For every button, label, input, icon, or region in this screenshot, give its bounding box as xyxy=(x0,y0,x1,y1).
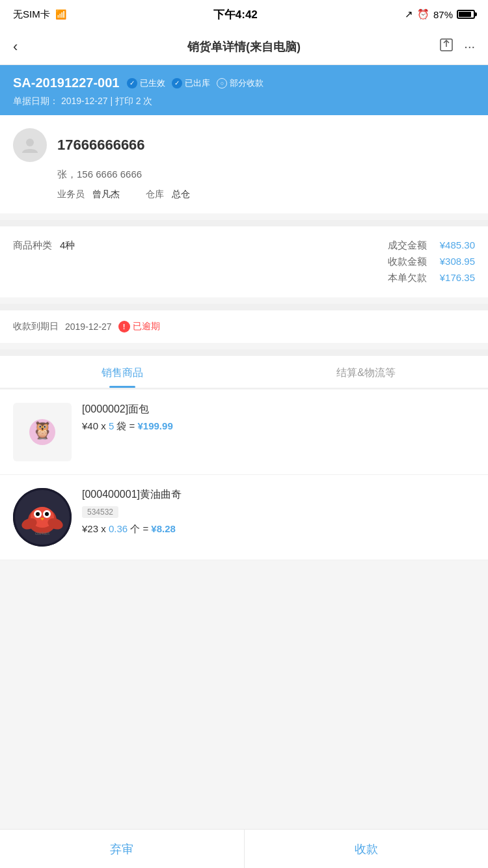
battery-icon xyxy=(457,10,475,19)
product-thumb-cookie: darkart xyxy=(13,488,72,547)
svg-point-12 xyxy=(45,512,49,516)
amount-value: ¥485.30 xyxy=(440,239,475,252)
overdue-icon: ! xyxy=(118,321,130,332)
overdue-text: 已逾期 xyxy=(133,321,160,332)
status-time: 下午4:42 xyxy=(213,7,258,22)
svg-text:darkart: darkart xyxy=(35,531,49,536)
customer-name: 张，156 6666 6666 xyxy=(13,169,475,181)
product-name-bread: [0000002]面包 xyxy=(82,403,475,416)
due-date-label: 收款到期日 xyxy=(13,321,59,332)
avatar xyxy=(13,128,47,162)
svg-point-11 xyxy=(36,512,40,516)
stats-section: 商品种类 4种 成交金额 ¥485.30 收款金额 ¥308.95 本单欠款 ¥… xyxy=(0,226,488,297)
tab-settlement-label: 结算&物流等 xyxy=(336,367,396,378)
nav-bar: ‹ 销货单详情(来自电脑) ··· xyxy=(0,29,488,65)
status-badges: ✓ 已生效 ✓ 已出库 ○ 部分收款 xyxy=(127,77,264,89)
tab-sales-label: 销售商品 xyxy=(102,367,143,378)
product-name-cookie: [000400001]黄油曲奇 xyxy=(82,488,475,502)
product-list: 🦉 [0000002]面包 ¥40 x 5 袋 = ¥199.99 xyxy=(0,390,488,560)
collect-button[interactable]: 收款 xyxy=(245,830,489,868)
product-thumb-bread: 🦉 xyxy=(13,403,72,461)
badge-partial: ○ 部分收款 xyxy=(217,77,264,89)
tabs-section: 销售商品 结算&物流等 xyxy=(0,356,488,388)
customer-meta: 业务员 曾凡杰 仓库 总仓 xyxy=(13,189,475,200)
clock-icon: ○ xyxy=(217,78,227,88)
divider-1 xyxy=(0,220,488,226)
banner-date: 单据日期： 2019-12-27 | 打印 2 次 xyxy=(13,96,475,107)
tab-settlement[interactable]: 结算&物流等 xyxy=(244,356,488,388)
product-qty-bread: 5 xyxy=(109,420,114,431)
received-row: 收款金额 ¥308.95 xyxy=(388,256,475,268)
warehouse-label: 仓库 xyxy=(146,189,164,199)
divider-3 xyxy=(0,349,488,356)
tab-sales-products[interactable]: 销售商品 xyxy=(0,356,244,388)
status-left: 无SIM卡 📶 xyxy=(13,8,66,21)
amount-label: 成交金额 xyxy=(388,239,427,252)
customer-phone: 17666666666 xyxy=(57,137,145,154)
debt-label: 本单欠款 xyxy=(388,272,427,284)
badge-effective: ✓ 已生效 xyxy=(127,77,165,89)
location-icon: ↗ xyxy=(405,8,413,20)
header-banner: SA-20191227-001 ✓ 已生效 ✓ 已出库 ○ 部分收款 单据日期：… xyxy=(0,65,488,115)
page-title: 销货单详情(来自电脑) xyxy=(187,39,301,55)
salesperson-label: 业务员 xyxy=(57,189,85,199)
meta-salesperson: 业务员 曾凡杰 xyxy=(57,189,120,200)
product-price-bread: ¥40 x 5 袋 = ¥199.99 xyxy=(82,420,475,433)
check-icon-2: ✓ xyxy=(172,78,182,88)
due-date-value: 2019-12-27 xyxy=(65,321,112,332)
signal-text: 无SIM卡 xyxy=(13,8,50,21)
order-id: SA-20191227-001 xyxy=(13,75,119,90)
abandon-button[interactable]: 弃审 xyxy=(0,830,245,868)
product-info-bread: [0000002]面包 ¥40 x 5 袋 = ¥199.99 xyxy=(82,403,475,433)
customer-section: 17666666666 张，156 6666 6666 业务员 曾凡杰 仓库 总… xyxy=(0,115,488,213)
amount-row: 成交金额 ¥485.30 xyxy=(388,239,475,252)
share-icon[interactable] xyxy=(439,38,454,55)
wifi-icon: 📶 xyxy=(55,9,66,20)
meta-warehouse: 仓库 总仓 xyxy=(146,189,190,200)
battery-percent: 87% xyxy=(433,9,453,20)
product-item-2: darkart [000400001]黄油曲奇 534532 ¥23 x 0.3… xyxy=(0,475,488,560)
warehouse-value: 总仓 xyxy=(172,189,190,199)
debt-row: 本单欠款 ¥176.35 xyxy=(388,272,475,284)
due-section: 收款到期日 2019-12-27 ! 已逾期 xyxy=(0,310,488,343)
customer-row: 17666666666 xyxy=(13,128,475,162)
banner-top-row: SA-20191227-001 ✓ 已生效 ✓ 已出库 ○ 部分收款 xyxy=(13,75,475,90)
check-icon: ✓ xyxy=(127,78,137,88)
nav-right-actions: ··· xyxy=(439,38,475,55)
more-icon[interactable]: ··· xyxy=(464,39,475,54)
product-item: 🦉 [0000002]面包 ¥40 x 5 袋 = ¥199.99 xyxy=(0,390,488,475)
product-type-label: 商品种类 xyxy=(13,239,52,252)
received-label: 收款金额 xyxy=(388,256,427,268)
bottom-bar: 弃审 收款 xyxy=(0,829,488,868)
product-sku: 534532 xyxy=(82,506,118,518)
salesperson-value: 曾凡杰 xyxy=(92,189,120,199)
product-price-cookie: ¥23 x 0.36 个 = ¥8.28 xyxy=(82,523,475,536)
overdue-badge: ! 已逾期 xyxy=(118,321,160,332)
product-qty-cookie: 0.36 xyxy=(109,523,128,534)
amount-stats: 成交金额 ¥485.30 收款金额 ¥308.95 本单欠款 ¥176.35 xyxy=(388,239,475,284)
tabs-row: 销售商品 结算&物流等 xyxy=(0,356,488,388)
product-total-cookie: ¥8.28 xyxy=(151,523,176,534)
product-type-value: 4种 xyxy=(60,239,75,252)
divider-2 xyxy=(0,304,488,310)
svg-point-2 xyxy=(26,139,34,146)
badge-shipped: ✓ 已出库 xyxy=(172,77,210,89)
received-value: ¥308.95 xyxy=(440,256,475,268)
product-info-cookie: [000400001]黄油曲奇 534532 ¥23 x 0.36 个 = ¥8… xyxy=(82,488,475,536)
debt-value: ¥176.35 xyxy=(440,272,475,284)
svg-text:🦉: 🦉 xyxy=(32,420,53,441)
status-bar: 无SIM卡 📶 下午4:42 ↗ ⏰ 87% xyxy=(0,0,488,29)
product-total-bread: ¥199.99 xyxy=(138,420,173,431)
back-button[interactable]: ‹ xyxy=(8,33,23,61)
status-right: ↗ ⏰ 87% xyxy=(405,8,475,20)
alarm-icon: ⏰ xyxy=(417,8,429,20)
product-type-stat: 商品种类 4种 xyxy=(13,239,75,252)
